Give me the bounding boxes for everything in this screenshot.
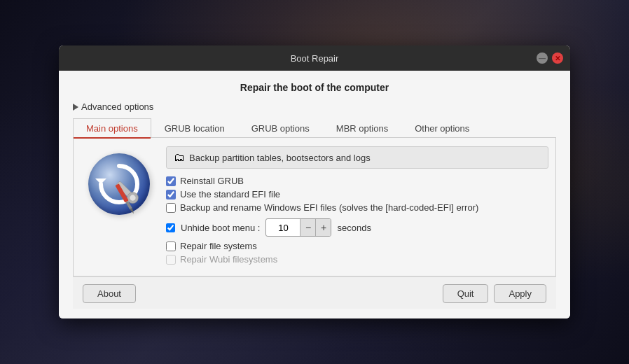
tab-mbr-options[interactable]: MBR options [323,118,401,138]
window-body: Repair the boot of the computer Advanced… [59,71,570,318]
reinstall-grub-row: Reinstall GRUB [166,176,548,186]
about-button[interactable]: About [83,284,136,303]
repair-wubi-checkbox [166,255,176,265]
window-title: Boot Repair [291,53,339,64]
bottom-bar: About Quit Apply [73,276,556,309]
repair-wubi-row: Repair Wubi filesystems [166,254,548,265]
boot-repair-window: Boot Repair — ✕ Repair the boot of the c… [59,46,570,318]
seconds-label: seconds [337,223,371,233]
tab-grub-options[interactable]: GRUB options [238,118,323,138]
spinner-control: − + [265,218,331,237]
tabs-container: Main options GRUB location GRUB options … [73,118,556,138]
spinner-plus-button[interactable]: + [315,219,331,236]
folder-icon: 🗂 [174,151,185,164]
unhide-boot-menu-row: Unhide boot menu : − + seconds [166,218,548,237]
backup-windows-checkbox[interactable] [166,203,176,213]
triangle-icon [73,104,78,111]
repair-wubi-label: Repair Wubi filesystems [180,254,277,265]
backup-row: 🗂 Backup partition tables, bootsectors a… [166,146,548,169]
standard-efi-checkbox[interactable] [166,190,176,200]
advanced-options-toggle[interactable]: Advanced options [73,102,556,112]
options-area: 🗂 Backup partition tables, bootsectors a… [166,146,548,267]
tab-grub-location[interactable]: GRUB location [151,118,238,138]
titlebar-controls: — ✕ [537,52,563,64]
backup-windows-row: Backup and rename Windows EFI files (sol… [166,202,548,213]
advanced-options-label: Advanced options [81,102,153,112]
repair-fs-label: Repair file systems [180,241,257,251]
close-button[interactable]: ✕ [552,52,563,64]
standard-efi-label: Use the standard EFI file [180,189,280,200]
reinstall-grub-label: Reinstall GRUB [180,176,244,186]
spinner-input[interactable] [266,221,300,234]
repair-fs-checkbox[interactable] [166,241,176,251]
spinner-minus-button[interactable]: − [300,219,315,236]
repair-fs-row: Repair file systems [166,241,548,251]
boot-repair-icon [88,153,150,215]
unhide-boot-label: Unhide boot menu : [181,223,260,233]
svg-marker-0 [95,178,106,184]
content-area: 🗂 Backup partition tables, bootsectors a… [73,138,556,276]
backup-windows-label: Backup and rename Windows EFI files (sol… [180,202,478,213]
right-buttons: Quit Apply [443,284,546,303]
minimize-button[interactable]: — [537,52,548,64]
apply-button[interactable]: Apply [494,284,546,303]
tab-other-options[interactable]: Other options [401,118,483,138]
unhide-boot-checkbox[interactable] [166,223,175,232]
titlebar: Boot Repair — ✕ [59,46,570,71]
reinstall-grub-checkbox[interactable] [166,176,176,186]
page-title: Repair the boot of the computer [73,82,556,93]
quit-button[interactable]: Quit [443,284,489,303]
app-icon [88,153,150,215]
icon-area [81,146,158,267]
backup-text: Backup partition tables, bootsectors and… [189,153,371,163]
tab-main-options[interactable]: Main options [73,118,151,138]
standard-efi-row: Use the standard EFI file [166,189,548,200]
